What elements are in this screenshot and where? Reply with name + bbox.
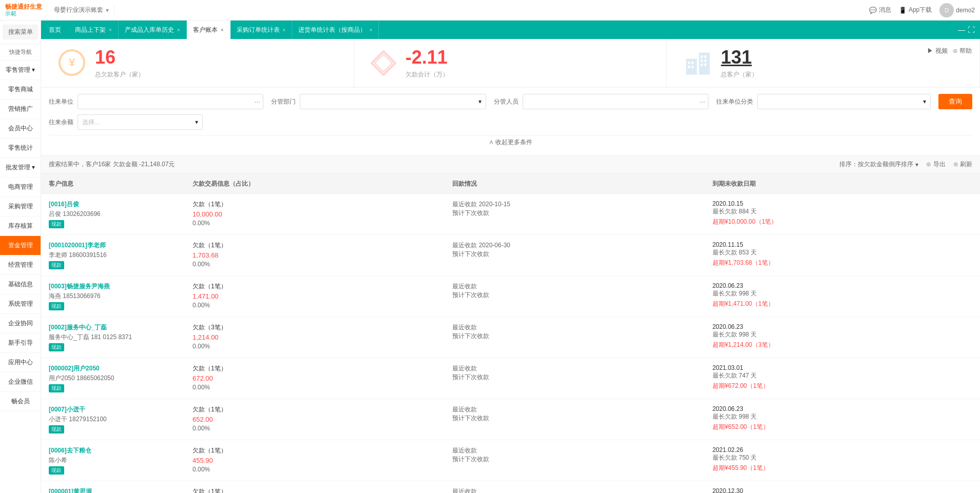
svg-text:¥: ¥: [68, 56, 75, 69]
sidebar-item-vip-member[interactable]: 畅会员: [0, 392, 41, 411]
stat-total-customers-number: 131: [721, 47, 758, 68]
customer-code[interactable]: [0006]去下粮仓: [49, 446, 193, 455]
sidebar-item-app-center[interactable]: 应用中心: [0, 353, 41, 372]
due-days: 最长欠款 998 天: [713, 330, 972, 339]
repay-cell: 最近收款 2020-06-30 预计下次收款: [452, 241, 712, 269]
user-profile-btn[interactable]: D demo2: [939, 3, 975, 17]
repay-cell: 最近收款 预计下次收款: [452, 405, 712, 433]
debt-percent: 0.00%: [193, 343, 452, 350]
next-repay: 预计下次收款: [452, 455, 712, 464]
filter-source-unit-input[interactable]: [78, 94, 263, 109]
overdue-text[interactable]: 超期¥10,000.00（1笔）: [713, 218, 972, 226]
tab-close-icon[interactable]: ×: [369, 27, 372, 33]
repay-cell: 最近收款 2020-10-15 预计下次收款: [452, 200, 712, 228]
sidebar-item-purchase-mgmt[interactable]: 采购管理: [0, 197, 41, 216]
customer-tag: 现款: [49, 425, 64, 433]
tab-close-icon[interactable]: ×: [109, 27, 112, 33]
customer-code[interactable]: [0016]吕俊: [49, 200, 193, 209]
sidebar-item-quick-nav: 快捷导航: [0, 44, 41, 61]
sidebar-item-member-center[interactable]: 会员中心: [0, 119, 41, 139]
svg-rect-10: [701, 55, 703, 58]
sidebar-item-enterprise-wechat[interactable]: 企业微信: [0, 372, 41, 392]
search-button[interactable]: 查询: [938, 94, 972, 109]
filter-balance-select[interactable]: 选择... ▾: [78, 114, 203, 130]
due-date-cell: 2021.02.26 最长欠款 750 天 超期¥455.90（1笔）: [713, 446, 972, 475]
table-body: [0016]吕俊 吕俊 13026203696 现款 欠款（1笔） 10,000…: [41, 194, 980, 493]
tab-label: 采购订单统计表: [237, 26, 280, 34]
sidebar-item-inventory[interactable]: 库存核算: [0, 216, 41, 236]
sidebar-item-enterprise[interactable]: 企业协同: [0, 314, 41, 333]
sidebar-item-retail-mall[interactable]: 零售商城: [0, 80, 41, 100]
due-days: 最长欠款 884 天: [713, 207, 972, 216]
svg-rect-14: [701, 64, 703, 66]
repay-cell: 最近收款 预计下次收款: [452, 323, 712, 351]
company-selector[interactable]: 母婴行业演示账套 ▾: [49, 6, 114, 14]
tab-bar: 首页 商品上下架×产成品入库单历史×客户账本×采购订单统计表×进货单统计表（按商…: [41, 21, 980, 39]
tab-stock_stats[interactable]: 进货单统计表（按商品）×: [292, 21, 379, 39]
overdue-text[interactable]: 超期¥652.00（1笔）: [713, 423, 972, 431]
tab-close-icon[interactable]: ×: [283, 27, 286, 33]
overdue-text[interactable]: 超期¥1,703.68（1笔）: [713, 259, 972, 267]
customer-info-cell: [0002]服务中心_丁磊 服务中心_丁磊 181 0125 8371 现款: [49, 323, 193, 351]
collapse-filters-btn[interactable]: ∧ 收起更多条件: [49, 135, 972, 149]
overdue-text[interactable]: 超期¥455.90（1笔）: [713, 464, 972, 472]
col-due-date: 到期未收款日期: [713, 180, 972, 188]
stat-total-customers-label: 总客户（家）: [721, 70, 758, 79]
tab-close-icon[interactable]: ×: [177, 27, 180, 33]
sidebar-item-sys-mgmt[interactable]: 系统管理: [0, 294, 41, 314]
customer-code[interactable]: [000001]黄思源: [49, 487, 193, 493]
svg-rect-15: [704, 64, 706, 66]
sidebar-item-new-guide[interactable]: 新手引导: [0, 333, 41, 353]
next-repay: 预计下次收款: [452, 373, 712, 382]
table-row: [0001020001]李老师 李老师 18600391516 现款 欠款（1笔…: [41, 235, 980, 276]
message-label: 消息: [879, 6, 891, 14]
sort-arrow-icon: ▾: [915, 161, 918, 168]
overdue-text[interactable]: 超期¥1,471.00（1笔）: [713, 300, 972, 308]
message-btn[interactable]: 💬 消息: [869, 6, 891, 14]
export-btn[interactable]: ⊙ 导出: [926, 160, 945, 169]
customer-tag: 现款: [49, 466, 64, 475]
tab-close-icon[interactable]: ×: [221, 27, 224, 33]
sort-selector[interactable]: 排序：按欠款金额倒序排序 ▾: [839, 160, 918, 169]
app-download-btn[interactable]: 📱 App下载: [899, 6, 932, 14]
customer-code[interactable]: [0007]小迸干: [49, 405, 193, 414]
username-label: demo2: [956, 7, 975, 14]
filter-person-input[interactable]: [523, 94, 708, 109]
sidebar-item-finance[interactable]: 资金管理: [0, 236, 41, 255]
video-btn[interactable]: ▶ 视频: [927, 47, 947, 55]
tab-expand-btn[interactable]: ⛶: [968, 26, 975, 34]
customer-code[interactable]: [0001020001]李老师: [49, 241, 193, 250]
logo-area: 畅捷通好生意 示範: [5, 3, 46, 17]
sidebar-item-batch-mgmt[interactable]: 批发管理 ▾: [0, 158, 41, 178]
debt-amount: 1,214.00: [193, 333, 452, 341]
customer-code[interactable]: [000002]用户2050: [49, 364, 193, 373]
tab-home[interactable]: 首页: [41, 26, 69, 34]
sidebar-item-retail-mgmt[interactable]: 零售管理 ▾: [0, 61, 41, 80]
tab-produce_history[interactable]: 产成品入库单历史×: [119, 21, 187, 39]
overdue-text[interactable]: 超期¥672.00（1笔）: [713, 382, 972, 390]
source-unit-dots-icon: ···: [255, 97, 261, 106]
search-menu-btn[interactable]: 搜索菜单: [3, 25, 38, 40]
tab-customer_account[interactable]: 客户账本×: [187, 21, 230, 39]
refresh-btn[interactable]: ⊙ 刷新: [953, 160, 972, 169]
customer-code[interactable]: [0002]服务中心_丁磊: [49, 323, 193, 332]
sidebar-item-basic-info[interactable]: 基础信息: [0, 275, 41, 294]
help-btn[interactable]: ⊙ 帮助: [953, 47, 972, 55]
customer-table: 客户信息 欠款交易信息（占比） 回款情况 到期未收款日期 [0016]吕俊 吕俊…: [41, 174, 980, 493]
due-date: 2020.06.23: [713, 405, 972, 412]
sidebar-item-retail-stats[interactable]: 零售统计: [0, 139, 41, 158]
filter-person: 分管人员 ···: [494, 94, 708, 109]
sidebar-item-ops-mgmt[interactable]: 经营管理: [0, 255, 41, 275]
overdue-text[interactable]: 超期¥1,214.00（3笔）: [713, 341, 972, 349]
sidebar-item-ecommerce[interactable]: 电商管理: [0, 178, 41, 197]
filter-dept-select[interactable]: ▾: [300, 94, 486, 109]
company-name: 母婴行业演示账套: [54, 6, 103, 14]
tab-products[interactable]: 商品上下架×: [69, 21, 119, 39]
filter-source-unit: 往来单位 ···: [49, 94, 263, 109]
customer-code[interactable]: [0003]畅捷服务尹海燕: [49, 282, 193, 291]
tab-minimize-btn[interactable]: —: [958, 26, 965, 34]
tab-purchase_order[interactable]: 采购订单统计表×: [230, 21, 293, 39]
sidebar-item-marketing[interactable]: 营销推广: [0, 100, 41, 119]
filter-unit-category-select[interactable]: ▾: [757, 94, 931, 109]
stat-debt-customers-info: 16 总欠款客户（家）: [95, 47, 144, 79]
